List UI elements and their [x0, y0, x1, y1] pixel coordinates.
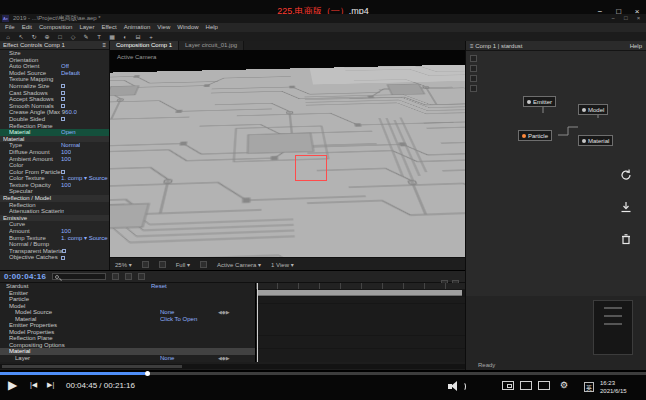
tool-icon[interactable]: ↖ [17, 33, 25, 40]
effect-property-row[interactable]: Normal / Bump [0, 241, 109, 248]
timeline-scrollbar[interactable] [0, 364, 465, 369]
effect-property-row[interactable]: Reflection [0, 202, 109, 209]
menu-item[interactable]: Window [177, 23, 198, 32]
fullscreen-button[interactable] [538, 381, 550, 390]
effect-property-row[interactable]: Diffuse Amount 100 [0, 149, 109, 156]
effect-property-row[interactable]: Reflection / Model [0, 195, 109, 202]
effect-property-row[interactable]: Auto Orient Off [0, 63, 109, 70]
progress-handle[interactable] [145, 371, 150, 376]
effect-property-row[interactable]: Normalize Size [0, 83, 109, 90]
property-value[interactable]: Default [61, 70, 80, 77]
property-value[interactable]: 1. comp ▾ Source [61, 235, 108, 242]
timeline-search-input[interactable] [52, 273, 106, 280]
composition-mini-flowchart-icon[interactable] [112, 273, 119, 280]
effect-property-row[interactable]: Amount 100 [0, 228, 109, 235]
work-area-bar[interactable] [257, 290, 462, 296]
tool-icon[interactable]: ▦ [108, 33, 116, 40]
node-emitter[interactable]: Emitter [523, 96, 556, 107]
property-value[interactable]: Off [61, 63, 69, 70]
property-value[interactable]: 1. comp ▾ Source [61, 175, 108, 182]
checkbox[interactable] [61, 97, 65, 101]
property-value[interactable]: 100 [61, 228, 71, 235]
effect-property-row[interactable]: Attenuation Scattering [0, 208, 109, 215]
region-of-interest-icon[interactable] [200, 261, 207, 268]
playhead[interactable] [257, 283, 258, 362]
timeline-row[interactable]: Layer None ◀◆▶ [0, 355, 255, 362]
effect-property-row[interactable]: Color From Particle [0, 169, 109, 176]
tab-layer[interactable]: Layer circuit_01.jpg [179, 41, 244, 50]
menu-item[interactable]: Help [206, 23, 218, 32]
pip-button[interactable] [502, 381, 514, 390]
ae-maximize-button[interactable]: □ [620, 14, 631, 23]
effect-property-row[interactable]: Texture Opacity 100 [0, 182, 109, 189]
tool-icon[interactable]: ↻ [30, 33, 38, 40]
effect-property-row[interactable]: Size [0, 50, 109, 57]
effect-property-row[interactable]: Model Source Default [0, 70, 109, 77]
checkbox[interactable] [61, 170, 65, 174]
selection-rectangle[interactable] [295, 155, 327, 181]
ae-minimize-button[interactable]: − [608, 14, 619, 23]
effect-property-row[interactable]: Crease Angle (Max 90) 60.0 [0, 109, 109, 116]
mask-visibility-icon[interactable] [159, 261, 166, 268]
effect-property-row[interactable]: Material [0, 136, 109, 143]
effect-property-row[interactable]: Objective Catches [0, 254, 109, 261]
effect-property-row[interactable]: Orientation [0, 57, 109, 64]
effect-property-row[interactable]: Accept Shadows [0, 96, 109, 103]
grid-guides-icon[interactable] [142, 261, 149, 268]
tab-composition[interactable]: Composition Comp 1 [110, 41, 179, 50]
panel-menu-icon[interactable]: ≡ [102, 41, 106, 49]
layer-property-value[interactable]: None [160, 355, 218, 362]
checkbox[interactable] [61, 104, 65, 108]
effect-property-row[interactable]: Color [0, 162, 109, 169]
camera-select[interactable]: Active Camera ▾ [217, 261, 261, 268]
checkbox[interactable] [61, 91, 65, 95]
video-progress-bar[interactable] [0, 372, 646, 375]
view-layout-select[interactable]: 1 View ▾ [271, 261, 294, 268]
tool-icon[interactable]: ⊟ [134, 33, 142, 40]
menu-item[interactable]: Effect [101, 23, 116, 32]
tool-icon[interactable]: T [95, 34, 103, 40]
menu-item[interactable]: Layer [79, 23, 94, 32]
effect-property-row[interactable]: Texture Mapping [0, 76, 109, 83]
effect-property-row[interactable]: Specular [0, 188, 109, 195]
ae-close-button[interactable]: × [633, 14, 644, 23]
menu-item[interactable]: Composition [39, 23, 72, 32]
menu-item[interactable]: Animation [124, 23, 151, 32]
panel-menu-icon[interactable]: ≡ [470, 43, 474, 49]
effect-property-row[interactable]: Material Open [0, 129, 109, 136]
refresh-icon[interactable] [619, 168, 635, 184]
layer-property-value[interactable]: Reset [151, 283, 209, 290]
zoom-select[interactable]: 25% ▾ [115, 261, 132, 268]
property-value[interactable]: Open [61, 129, 76, 136]
checkbox[interactable] [61, 84, 65, 88]
previous-button[interactable]: |◀ [30, 381, 37, 389]
menu-item[interactable]: Edit [22, 23, 32, 32]
language-indicator[interactable]: 英 [584, 382, 594, 392]
effect-property-row[interactable]: Emissive [0, 215, 109, 222]
effect-property-row[interactable]: Reflection Plane [0, 123, 109, 130]
play-button[interactable]: ▶ [8, 378, 17, 392]
keyframe-navigator[interactable]: ◀◆▶ [218, 355, 254, 362]
effect-property-row[interactable]: Bump Texture 1. comp ▾ Source [0, 235, 109, 242]
menu-item[interactable]: View [157, 23, 170, 32]
tool-icon[interactable]: □ [56, 34, 64, 40]
help-link[interactable]: Help [630, 41, 642, 50]
menu-item[interactable]: File [5, 23, 15, 32]
property-value[interactable]: 60.0 [65, 109, 77, 116]
property-value[interactable]: 100 [61, 182, 71, 189]
tool-icon[interactable]: ⌂ [4, 34, 12, 40]
trash-icon[interactable] [619, 232, 635, 248]
frame-blending-icon[interactable] [138, 273, 145, 280]
node-particle[interactable]: Particle [518, 130, 552, 141]
web-fullscreen-button[interactable] [520, 381, 532, 390]
resolution-select[interactable]: Full ▾ [176, 261, 190, 268]
timeline-tracks[interactable] [256, 283, 465, 362]
time-ruler[interactable] [256, 283, 465, 289]
effect-controls-tab[interactable]: Effect Controls Comp 1 [3, 41, 65, 49]
node-material[interactable]: Material [578, 135, 613, 146]
preview-mini-panel[interactable] [593, 300, 633, 355]
property-value[interactable]: Normal [61, 142, 80, 149]
tool-icon[interactable]: ◇ [69, 33, 77, 40]
composition-canvas[interactable]: Active Camera [110, 50, 465, 257]
checkbox[interactable] [61, 256, 65, 260]
